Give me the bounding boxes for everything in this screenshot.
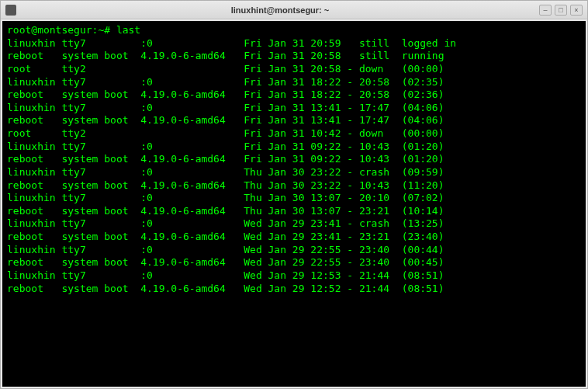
terminal-viewport[interactable]: root@montsegur:~# lastlinuxhin tty7 :0 F… — [2, 21, 586, 387]
output-row: reboot system boot 4.19.0-6-amd64 Wed Ja… — [7, 283, 581, 296]
output-row: reboot system boot 4.19.0-6-amd64 Wed Ja… — [7, 256, 581, 269]
output-row: linuxhin tty7 :0 Wed Jan 29 23:41 - cras… — [7, 217, 581, 231]
shell-prompt: root@montsegur:~# — [7, 24, 116, 36]
output-row: reboot system boot 4.19.0-6-amd64 Fri Ja… — [7, 153, 581, 166]
minimize-button[interactable]: – — [539, 5, 552, 16]
terminal-app-icon — [5, 5, 16, 16]
output-row: linuxhin tty7 :0 Fri Jan 31 09:22 - 10:4… — [7, 141, 581, 154]
output-row: linuxhin tty7 :0 Wed Jan 29 12:53 - 21:4… — [7, 269, 581, 283]
output-row: reboot system boot 4.19.0-6-amd64 Fri Ja… — [7, 50, 581, 63]
output-row: linuxhin tty7 :0 Fri Jan 31 20:59 still … — [7, 37, 581, 50]
output-row: reboot system boot 4.19.0-6-amd64 Fri Ja… — [7, 89, 581, 102]
close-button[interactable]: × — [570, 5, 583, 16]
output-row: reboot system boot 4.19.0-6-amd64 Thu Ja… — [7, 179, 581, 193]
output-row: linuxhin tty7 :0 Fri Jan 31 18:22 - 20:5… — [7, 76, 581, 89]
command-text: last — [116, 24, 140, 36]
output-row: reboot system boot 4.19.0-6-amd64 Thu Ja… — [7, 205, 581, 218]
output-row: root tty2 Fri Jan 31 20:58 - down (00:00… — [7, 63, 581, 76]
output-row: reboot system boot 4.19.0-6-amd64 Wed Ja… — [7, 231, 581, 244]
window-controls: – □ × — [539, 5, 583, 16]
titlebar[interactable]: linuxhint@montsegur: ~ – □ × — [1, 1, 587, 19]
terminal-window: linuxhint@montsegur: ~ – □ × root@montse… — [0, 0, 588, 389]
output-row: linuxhin tty7 :0 Fri Jan 31 13:41 - 17:4… — [7, 102, 581, 115]
output-row: root tty2 Fri Jan 31 10:42 - down (00:00… — [7, 127, 581, 141]
output-row: linuxhin tty7 :0 Thu Jan 30 23:22 - cras… — [7, 166, 581, 179]
output-row: linuxhin tty7 :0 Wed Jan 29 22:55 - 23:4… — [7, 244, 581, 257]
window-title: linuxhint@montsegur: ~ — [21, 5, 539, 15]
prompt-line: root@montsegur:~# last — [7, 24, 581, 37]
output-row: reboot system boot 4.19.0-6-amd64 Fri Ja… — [7, 114, 581, 127]
maximize-button[interactable]: □ — [555, 5, 567, 16]
output-row: linuxhin tty7 :0 Thu Jan 30 13:07 - 20:1… — [7, 192, 581, 205]
